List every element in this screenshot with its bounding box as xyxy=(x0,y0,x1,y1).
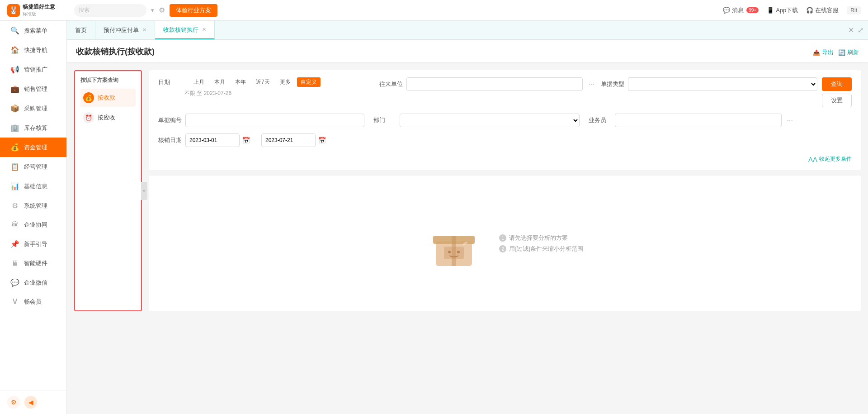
sidebar-label-system: 系统管理 xyxy=(24,202,47,210)
hint2-text: 用[过滤]条件来缩小分析范围 xyxy=(509,245,583,253)
tab-prepay[interactable]: 预付冲应付单 ✕ xyxy=(95,21,155,39)
partner-input[interactable] xyxy=(406,77,583,91)
hardware-icon: 🖥 xyxy=(10,259,19,267)
topbar-search-box[interactable]: 搜索 xyxy=(74,4,146,17)
sidebar-item-enterprise[interactable]: 🏛 企业协同 xyxy=(0,215,66,234)
app-label: App下载 xyxy=(776,6,798,14)
sidebar-item-system[interactable]: ⚙ 系统管理 xyxy=(0,196,66,215)
tab-receipt-label: 收款核销执行 xyxy=(163,26,198,34)
service-btn[interactable]: 🎧 在线客服 xyxy=(806,6,839,14)
user-name[interactable]: Rit xyxy=(847,6,861,14)
service-label: 在线客服 xyxy=(815,6,839,14)
industry-btn[interactable]: 体验行业方案 xyxy=(170,4,217,17)
business-group: 业务员 ··· xyxy=(589,114,795,127)
filter-by-receipt[interactable]: 💰 按收款 xyxy=(80,89,136,107)
date-pill-custom[interactable]: 自定义 xyxy=(297,77,321,87)
business-icon: 📋 xyxy=(10,162,19,171)
sidebar-label-purchase: 采购管理 xyxy=(24,105,47,113)
sidebar-settings-btn[interactable]: ⚙ xyxy=(7,396,20,409)
form-row-3: 核销日期 📅 — 📅 xyxy=(158,133,852,147)
tab-close-all-icon[interactable]: ✕ xyxy=(848,26,854,34)
verify-date-group: 核销日期 📅 — 📅 xyxy=(158,133,368,147)
sidebar-label-guide: 新手引导 xyxy=(24,240,47,248)
sidebar-item-finance[interactable]: 💰 资金管理 xyxy=(0,138,66,157)
empty-illustration xyxy=(427,219,481,268)
filter-receivable-label: 按应收 xyxy=(98,114,115,122)
tab-prepay-close[interactable]: ✕ xyxy=(142,27,146,33)
doctype-select[interactable] xyxy=(628,77,817,91)
topbar-dropdown-icon[interactable]: ▾ xyxy=(151,7,154,14)
sidebar-item-business[interactable]: 📋 经营管理 xyxy=(0,157,66,176)
tab-receipt[interactable]: 收款核销执行 ✕ xyxy=(155,21,215,39)
empty-hints: 1 请先选择要分析的方案 2 用[过滤]条件来缩小分析范围 xyxy=(499,234,583,253)
sidebar-label-wechat: 企业微信 xyxy=(24,279,47,287)
hint1-badge: 1 xyxy=(499,234,506,242)
verify-date-start[interactable] xyxy=(185,133,240,147)
member-icon: V xyxy=(10,298,19,306)
sidebar-item-wechat[interactable]: 💬 企业微信 xyxy=(0,273,66,292)
filter-by-receivable[interactable]: ⏰ 按应收 xyxy=(80,109,136,127)
tab-receipt-close[interactable]: ✕ xyxy=(202,27,206,33)
tab-home[interactable]: 首页 xyxy=(67,21,95,39)
sidebar-label-hardware: 智能硬件 xyxy=(24,259,47,267)
sidebar-item-inventory[interactable]: 🏢 库存核算 xyxy=(0,118,66,138)
dept-label: 部门 xyxy=(373,116,396,124)
partner-ellipsis[interactable]: ··· xyxy=(586,80,596,88)
content-area: 按以下方案查询 💰 按收款 ⏰ 按应收 « 日期 xyxy=(67,63,868,319)
message-btn[interactable]: 💬 消息 99+ xyxy=(723,6,759,14)
sidebar: 🔍 搜索菜单 🏠 快捷导航 📢 营销推广 💼 销售管理 📦 采购管理 🏢 库存核… xyxy=(0,21,67,414)
docno-group: 单据编号 xyxy=(158,114,364,127)
business-input[interactable] xyxy=(615,114,782,127)
enterprise-icon: 🏛 xyxy=(10,221,19,229)
sidebar-item-marketing[interactable]: 📢 营销推广 xyxy=(0,60,66,79)
collapse-icon: ⋀⋀ xyxy=(808,156,817,162)
query-btn[interactable]: 查询 xyxy=(822,77,852,91)
collapse-btn[interactable]: ⋀⋀ 收起更多条件 xyxy=(808,155,852,163)
svg-point-5 xyxy=(457,251,460,253)
docno-input[interactable] xyxy=(185,114,364,127)
date-pill-this-month[interactable]: 本月 xyxy=(211,77,229,87)
filter-panel-title: 按以下方案查询 xyxy=(80,76,136,84)
hint2-badge: 2 xyxy=(499,245,506,252)
sidebar-label-finance: 资金管理 xyxy=(24,143,47,152)
verify-date-start-icon[interactable]: 📅 xyxy=(242,137,250,144)
sidebar-label-quick: 快捷导航 xyxy=(24,46,47,54)
message-icon: 💬 xyxy=(723,7,730,14)
tab-maximize-icon[interactable]: ⤢ xyxy=(858,26,863,34)
svg-point-4 xyxy=(448,251,451,253)
date-pill-this-year[interactable]: 本年 xyxy=(231,77,250,87)
verify-date-end[interactable] xyxy=(261,133,316,147)
topbar-center: 搜索 ▾ ⚙ 体验行业方案 xyxy=(74,4,723,17)
sidebar-item-basic[interactable]: 📊 基础信息 xyxy=(0,176,66,196)
filter-panel-collapse-btn[interactable]: « xyxy=(141,182,147,200)
app-download-btn[interactable]: 📱 App下载 xyxy=(767,6,798,14)
export-btn[interactable]: 📤 导出 xyxy=(813,48,834,57)
refresh-btn[interactable]: 🔄 刷新 xyxy=(838,48,859,57)
dept-select[interactable] xyxy=(400,114,580,127)
date-row: 日期 上月 本月 本年 近7天 更多 自定义 xyxy=(158,77,375,87)
sidebar-item-guide[interactable]: 📌 新手引导 xyxy=(0,234,66,254)
action-buttons: 查询 设置 xyxy=(822,77,852,107)
sidebar-item-search[interactable]: 🔍 搜索菜单 xyxy=(0,21,66,40)
sidebar-label-basic: 基础信息 xyxy=(24,182,47,190)
sidebar-item-quick[interactable]: 🏠 快捷导航 xyxy=(0,40,66,60)
business-ellipsis[interactable]: ··· xyxy=(785,116,795,124)
sidebar-item-purchase[interactable]: 📦 采购管理 xyxy=(0,99,66,118)
topbar-settings-icon[interactable]: ⚙ xyxy=(159,6,165,14)
filter-receivable-icon: ⏰ xyxy=(83,112,94,123)
date-pill-7days[interactable]: 近7天 xyxy=(252,77,274,87)
sidebar-item-sales[interactable]: 💼 销售管理 xyxy=(0,79,66,99)
sidebar-item-hardware[interactable]: 🖥 智能硬件 xyxy=(0,254,66,273)
verify-date-end-icon[interactable]: 📅 xyxy=(318,137,326,144)
sidebar-item-member[interactable]: V 畅会员 xyxy=(0,292,66,311)
dept-group: 部门 xyxy=(373,114,580,127)
date-pill-last-month[interactable]: 上月 xyxy=(190,77,208,87)
doctype-label: 单据类型 xyxy=(601,80,624,88)
date-pill-more[interactable]: 更多 xyxy=(276,77,294,87)
topbar-right: 💬 消息 99+ 📱 App下载 🎧 在线客服 Rit xyxy=(723,6,861,14)
sidebar-collapse-btn[interactable]: ◀ xyxy=(24,396,37,409)
inventory-icon: 🏢 xyxy=(10,124,19,132)
settings-btn[interactable]: 设置 xyxy=(822,94,852,107)
topbar: 🐰 畅捷通好生意 标准版 搜索 ▾ ⚙ 体验行业方案 💬 消息 99+ 📱 Ap… xyxy=(0,0,868,21)
message-label: 消息 xyxy=(732,6,744,14)
